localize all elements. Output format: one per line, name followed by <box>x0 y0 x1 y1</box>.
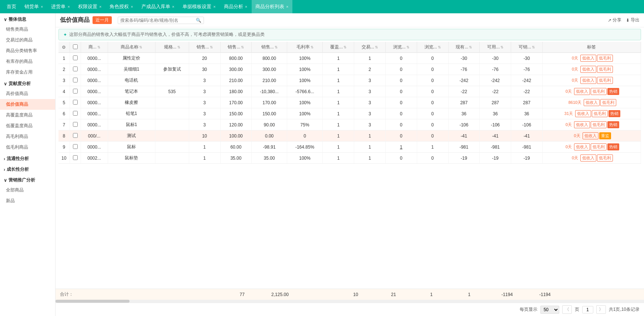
horizontal-scrollbar[interactable] <box>56 300 644 303</box>
col-gear[interactable]: ⚙ <box>58 42 70 53</box>
sidebar-group-contribution[interactable]: ∨ 贡献度分析 <box>0 78 55 88</box>
search-icon[interactable]: 🔍 <box>196 18 201 23</box>
cell-no: 2 <box>58 64 70 75</box>
close-icon[interactable]: × <box>213 4 215 9</box>
scrollbar-thumb[interactable] <box>56 300 130 303</box>
gear-icon[interactable]: ⚙ <box>62 45 66 50</box>
row-checkbox[interactable] <box>73 133 78 138</box>
warning-tag: 重监 <box>599 132 611 139</box>
close-icon[interactable]: × <box>67 4 70 9</box>
nav-product-analysis-list[interactable]: 商品分析列表 × <box>252 0 292 13</box>
page-size-select[interactable]: 50 100 200 <box>540 306 559 314</box>
cell-sale-avg: 0.00 <box>252 130 287 142</box>
row-checkbox[interactable] <box>73 144 78 149</box>
table-container[interactable]: ⚙ 商...⇅ 商品名称⇅ 规格...⇅ 销售...⇅ 销售...⇅ 销售...… <box>56 42 644 289</box>
row-checkbox[interactable] <box>73 67 78 71</box>
nav-product-analysis[interactable]: 商品分析 × <box>220 0 251 13</box>
cell-checkbox[interactable] <box>70 64 81 75</box>
sidebar-group-flow[interactable]: › 流通性分析 <box>0 153 55 163</box>
nav-purchase[interactable]: 进货单 × <box>47 0 73 13</box>
cell-view2: 0 <box>417 75 448 86</box>
sidebar-item-sales-goods[interactable]: 销售类商品 <box>0 24 55 35</box>
cell-code: 0000... <box>81 64 108 75</box>
cell-stock: 287 <box>448 97 480 108</box>
row-checkbox[interactable] <box>73 55 78 60</box>
page-number-input[interactable] <box>582 306 593 313</box>
nav-sales[interactable]: 销货单 × <box>21 0 47 13</box>
cell-view1: 0 <box>385 97 417 108</box>
search-input[interactable] <box>120 18 194 23</box>
sidebar-item-new-goods[interactable]: 新品 <box>0 196 55 206</box>
table-row: 5 0000... 橡皮擦 3 170.00 170.00 100% 1 3 0… <box>58 97 641 108</box>
cell-code: 0002... <box>81 153 108 164</box>
cell-checkbox[interactable] <box>70 86 81 97</box>
cell-sale-amt: 120.00 <box>220 119 252 130</box>
sidebar-item-all-goods[interactable]: 全部商品 <box>0 185 55 196</box>
filter-button[interactable]: 近一月 <box>93 16 112 24</box>
share-button[interactable]: ↗ 分享 <box>608 17 621 23</box>
cell-tags: 0天低收入低毛利 <box>542 75 641 86</box>
close-icon[interactable]: × <box>245 4 247 9</box>
cell-avail: -76 <box>480 64 511 75</box>
sidebar-group-growth[interactable]: › 成长性分析 <box>0 163 55 174</box>
cell-sale-amt: 180.00 <box>220 86 252 97</box>
sidebar-item-inventory-capital[interactable]: 库存资金占用 <box>0 67 55 78</box>
cell-checkbox[interactable] <box>70 130 81 142</box>
cell-checkbox[interactable] <box>70 153 81 164</box>
sidebar-item-category-sales-rate[interactable]: 商品分类销售率 <box>0 45 55 56</box>
cell-name: 鼠标1 <box>108 119 155 130</box>
cell-checkbox[interactable] <box>70 53 81 64</box>
sidebar-item-stocked-goods[interactable]: 有库存的商品 <box>0 56 55 67</box>
sidebar-item-high-coverage[interactable]: 高覆盖度商品 <box>0 110 55 120</box>
nav-home[interactable]: 首页 <box>3 0 20 13</box>
nav-template[interactable]: 单据模板设置 × <box>179 0 219 13</box>
sidebar-group-marketing[interactable]: ∨ 营销推广分析 <box>0 174 55 185</box>
col-checkbox[interactable] <box>70 42 81 53</box>
footer-spacer <box>81 292 223 297</box>
nav-permission[interactable]: 权限设置 × <box>74 0 105 13</box>
cell-checkbox[interactable] <box>70 97 81 108</box>
row-checkbox[interactable] <box>73 100 78 105</box>
cell-no: 1 <box>58 53 70 64</box>
row-checkbox[interactable] <box>73 122 78 127</box>
row-checkbox[interactable] <box>73 111 78 116</box>
select-all-checkbox[interactable] <box>73 44 78 49</box>
row-checkbox[interactable] <box>73 89 78 94</box>
cell-sale-amt: 300.00 <box>220 64 252 75</box>
sidebar-item-low-value[interactable]: 低价值商品 <box>0 99 55 110</box>
cell-view2: 0 <box>417 64 448 75</box>
cell-tags: 0天低收入低毛利热销 <box>542 142 641 153</box>
sort-icon: ⇅ <box>532 45 535 49</box>
row-checkbox[interactable] <box>73 155 78 160</box>
next-page-button[interactable]: 〉 <box>596 305 606 314</box>
table-row: 2 0000... 吴细细1 参加复试 30 300.00 300.00 100… <box>58 64 641 75</box>
cell-checkbox[interactable] <box>70 75 81 86</box>
nav-product-stock[interactable]: 产成品入库单 × <box>138 0 178 13</box>
cell-checkbox[interactable] <box>70 108 81 119</box>
cell-checkbox[interactable] <box>70 142 81 153</box>
cell-sale-qty: 1 <box>189 153 220 164</box>
cell-checkbox[interactable] <box>70 119 81 130</box>
export-button[interactable]: ⬇ 导出 <box>626 17 640 23</box>
sidebar-item-low-profit[interactable]: 低毛利商品 <box>0 142 55 153</box>
cell-name: 鼠标 <box>108 142 155 153</box>
cell-sale-qty: 3 <box>189 86 220 97</box>
sidebar-item-traded-goods[interactable]: 交易过的商品 <box>0 35 55 45</box>
low-tag: 低收入 <box>575 110 591 117</box>
close-icon[interactable]: × <box>99 4 101 9</box>
close-icon[interactable]: × <box>41 4 43 9</box>
sort-icon: ⇅ <box>375 45 378 49</box>
close-icon[interactable]: × <box>286 4 288 9</box>
cell-tags: 0天低收入低毛利热销 <box>542 86 641 97</box>
sidebar-item-high-value[interactable]: 高价值商品 <box>0 88 55 99</box>
sidebar-group-overall[interactable]: ∨ 整体信息 <box>0 13 55 24</box>
sidebar-item-high-profit[interactable]: 高毛利商品 <box>0 131 55 142</box>
row-checkbox[interactable] <box>73 78 78 82</box>
close-icon[interactable]: × <box>131 4 133 9</box>
prev-page-button[interactable]: 〈 <box>562 305 572 314</box>
sidebar-item-low-coverage[interactable]: 低覆盖度商品 <box>0 120 55 131</box>
close-icon[interactable]: × <box>172 4 174 9</box>
cell-name: 属性定价 <box>108 53 155 64</box>
view-link[interactable]: 1 <box>400 145 403 150</box>
nav-role[interactable]: 角色授权 × <box>106 0 137 13</box>
